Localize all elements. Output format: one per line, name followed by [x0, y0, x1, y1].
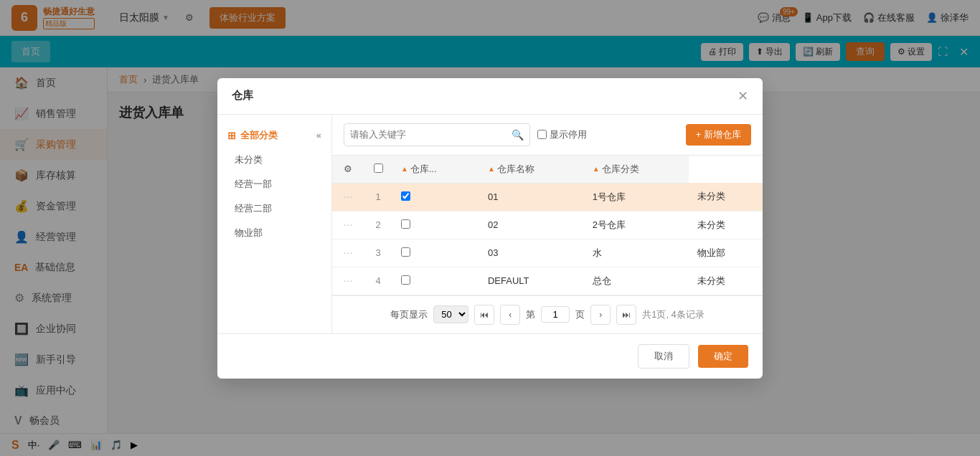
page-prev-btn[interactable]: ‹ [500, 305, 520, 325]
row-num: ··· [332, 183, 364, 211]
table-header-row: ⚙ ▲ 仓库... [332, 156, 763, 184]
row-index: 2 [364, 211, 392, 239]
category-panel: ⊞ 全部分类 « 未分类 经营一部 经营二部 物业部 [217, 115, 332, 333]
row-category: 未分类 [689, 211, 763, 239]
page-first-btn[interactable]: ⏮ [474, 305, 494, 325]
modal-footer: 取消 确定 [217, 333, 763, 379]
row-actions[interactable]: ··· [343, 247, 352, 259]
row-category: 未分类 [689, 183, 763, 211]
th-checkbox [364, 156, 392, 184]
row-code: 02 [479, 211, 584, 239]
search-icon: 🔍 [512, 129, 524, 141]
page-next-btn[interactable]: › [590, 305, 611, 325]
category-item-ops1[interactable]: 经营一部 [217, 172, 331, 196]
row-actions[interactable]: ··· [343, 191, 352, 203]
row-code: DEFAULT [479, 267, 584, 295]
confirm-button[interactable]: 确定 [698, 345, 748, 368]
row-checkbox[interactable] [401, 219, 410, 229]
page-number-input[interactable] [541, 306, 570, 323]
row-actions[interactable]: ··· [343, 275, 352, 287]
row-code: 03 [479, 239, 584, 267]
modal-overlay[interactable]: 仓库 ✕ ⊞ 全部分类 « 未分类 经营一部 经营二部 物业部 [0, 0, 980, 456]
category-item-ops2[interactable]: 经营二部 [217, 196, 331, 221]
th-code: ▲ 仓库... [392, 156, 479, 184]
row-checkbox-cell [392, 239, 479, 267]
row-index: 4 [364, 267, 392, 295]
row-checkbox-cell [392, 211, 479, 239]
row-checkbox[interactable] [401, 247, 410, 257]
row-code: 01 [479, 183, 584, 211]
th-name: ▲ 仓库名称 [479, 156, 584, 184]
row-name: 总仓 [584, 267, 689, 295]
category-item-uncategorized[interactable]: 未分类 [217, 148, 331, 172]
modal-body: ⊞ 全部分类 « 未分类 经营一部 经营二部 物业部 🔍 [217, 115, 763, 333]
add-warehouse-button[interactable]: + 新增仓库 [686, 124, 751, 146]
grid-icon: ⊞ [227, 130, 236, 141]
th-settings: ⚙ [332, 156, 364, 184]
table-row[interactable]: ··· 2 02 2号仓库 未分类 [332, 211, 763, 239]
sort-icon-name: ▲ [488, 165, 495, 173]
row-name: 2号仓库 [584, 211, 689, 239]
show-disabled-label[interactable]: 显示停用 [537, 128, 587, 141]
table-toolbar: 🔍 显示停用 + 新增仓库 [332, 115, 763, 156]
category-item-property[interactable]: 物业部 [217, 221, 331, 245]
category-all[interactable]: ⊞ 全部分类 « [217, 123, 331, 148]
cancel-button[interactable]: 取消 [638, 344, 689, 369]
table-body: ··· 1 01 1号仓库 未分类 ··· 2 02 2号仓库 未分类 ··· [332, 183, 763, 295]
row-category: 未分类 [689, 267, 763, 295]
table-row[interactable]: ··· 1 01 1号仓库 未分类 [332, 183, 763, 211]
row-checkbox[interactable] [401, 275, 410, 285]
modal-title: 仓库 [232, 89, 253, 103]
row-num: ··· [332, 211, 364, 239]
table-panel: 🔍 显示停用 + 新增仓库 ⚙ [332, 115, 763, 333]
table-row[interactable]: ··· 3 03 水 物业部 [332, 239, 763, 267]
row-index: 1 [364, 183, 392, 211]
select-all-checkbox[interactable] [374, 163, 383, 173]
row-actions[interactable]: ··· [343, 219, 352, 231]
row-index: 3 [364, 239, 392, 267]
sort-icon-code: ▲ [401, 165, 408, 173]
row-name: 1号仓库 [584, 183, 689, 211]
data-table: ⚙ ▲ 仓库... [332, 156, 763, 295]
page-last-btn[interactable]: ⏭ [616, 305, 636, 325]
show-disabled-checkbox[interactable] [537, 130, 547, 139]
pagination-bar: 每页显示 50 ⏮ ‹ 第 页 › ⏭ 共1页, 4条记录 [332, 295, 763, 333]
table-row[interactable]: ··· 4 DEFAULT 总仓 未分类 [332, 267, 763, 295]
search-input-wrap: 🔍 [344, 123, 530, 146]
th-category: ▲ 仓库分类 [584, 156, 689, 184]
row-checkbox-cell [392, 183, 479, 211]
warehouse-modal: 仓库 ✕ ⊞ 全部分类 « 未分类 经营一部 经营二部 物业部 [217, 78, 763, 379]
category-collapse-icon[interactable]: « [316, 130, 321, 141]
row-checkbox[interactable] [401, 191, 410, 201]
warehouse-table: ⚙ ▲ 仓库... [332, 156, 763, 295]
row-category: 物业部 [689, 239, 763, 267]
modal-header: 仓库 ✕ [217, 78, 763, 115]
row-checkbox-cell [392, 267, 479, 295]
row-name: 水 [584, 239, 689, 267]
search-input[interactable] [350, 129, 512, 140]
row-num: ··· [332, 267, 364, 295]
page-size-select[interactable]: 50 [433, 305, 468, 323]
sort-icon-category: ▲ [593, 165, 600, 173]
row-num: ··· [332, 239, 364, 267]
settings-th-icon: ⚙ [344, 163, 352, 174]
modal-close-button[interactable]: ✕ [738, 88, 748, 104]
